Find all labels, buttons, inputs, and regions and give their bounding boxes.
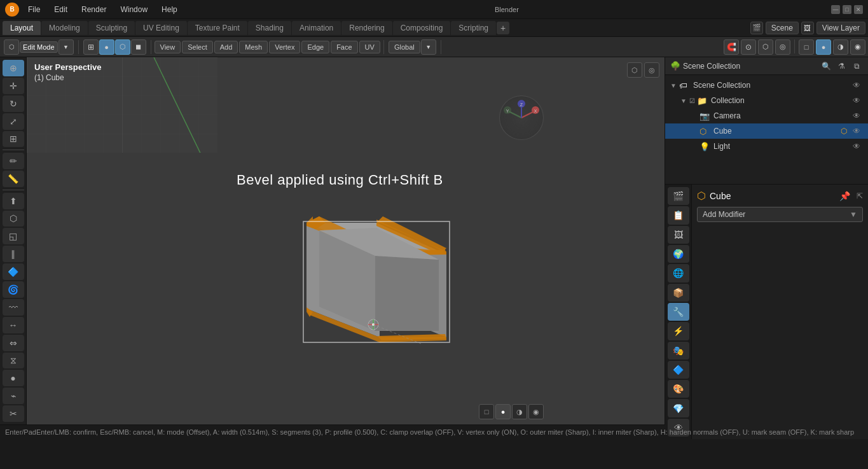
add-workspace-button[interactable]: + <box>497 22 509 34</box>
menu-render[interactable]: Render <box>76 4 111 15</box>
cube-eye[interactable]: 👁 <box>850 127 863 136</box>
mode-dropdown[interactable]: ▼ <box>59 39 74 55</box>
outliner-row-scene-collection[interactable]: ▼ 🏷 Scene Collection 👁 <box>665 78 868 93</box>
outliner-row-camera[interactable]: ▶ 📷 Camera 👁 <box>665 108 868 123</box>
prop-tab-object[interactable]: 📦 <box>668 284 689 302</box>
snap-icon[interactable]: 🧲 <box>724 39 739 55</box>
nav-gizmo-circle[interactable]: X Y Z <box>499 95 544 140</box>
scene-selector[interactable]: Scene <box>766 22 799 34</box>
prop-tab-output[interactable]: 📋 <box>668 206 689 224</box>
inset-tool[interactable]: ⬡ <box>3 211 24 227</box>
tab-layout[interactable]: Layout <box>3 21 41 35</box>
menu-help[interactable]: Help <box>156 4 183 15</box>
to-sphere-tool[interactable]: ● <box>3 370 24 386</box>
viewport-overlay-btn[interactable]: ⬡ <box>627 62 642 78</box>
light-vis[interactable]: 👁 <box>850 142 863 151</box>
outliner-row-cube[interactable]: ▶ ⬡ Cube ⬡ 👁 <box>665 123 868 139</box>
transform-dropdown[interactable]: ▼ <box>421 39 436 55</box>
tab-texture-paint[interactable]: Texture Paint <box>188 21 247 35</box>
prop-tab-data[interactable]: 🎨 <box>668 380 689 398</box>
bevel-tool[interactable]: ◱ <box>3 228 24 244</box>
cursor-tool[interactable]: ⊕ <box>3 60 24 76</box>
measure-tool[interactable]: 📏 <box>3 171 24 187</box>
outliner-row-light[interactable]: ▶ 💡 Light 👁 <box>665 139 868 154</box>
face-select-icon[interactable]: ◼ <box>131 39 146 55</box>
solid-mode-btn[interactable]: ● <box>495 404 511 419</box>
global-selector[interactable]: Global <box>389 41 420 53</box>
prop-tab-constraints[interactable]: 🔷 <box>668 361 689 379</box>
camera-vis[interactable]: 👁 <box>850 111 863 120</box>
extrude-tool[interactable]: ⬆ <box>3 193 24 209</box>
minimize-button[interactable]: — <box>831 5 840 14</box>
view-layer-selector[interactable]: View Layer <box>816 22 865 34</box>
add-menu[interactable]: Add <box>214 41 238 53</box>
shear-tool[interactable]: ⧖ <box>3 353 24 369</box>
rotate-tool[interactable]: ↻ <box>3 95 24 112</box>
smooth-tool[interactable]: 〰 <box>3 299 24 316</box>
tab-sculpting[interactable]: Sculpting <box>88 21 135 35</box>
menu-edit[interactable]: Edit <box>49 4 72 15</box>
add-modifier-button[interactable]: Add Modifier ▼ <box>697 207 863 222</box>
tab-shading[interactable]: Shading <box>248 21 291 35</box>
mesh-menu[interactable]: Mesh <box>239 41 268 53</box>
cube-vis[interactable]: ⬡ <box>837 127 850 136</box>
outliner-row-collection[interactable]: ▼ ☑ 📁 Collection 👁 <box>665 93 868 108</box>
outliner-filter-btn[interactable]: ⚗ <box>835 60 848 73</box>
wireframe-mode-btn[interactable]: □ <box>479 404 494 419</box>
menu-file[interactable]: File <box>23 4 45 15</box>
props-pin-btn[interactable]: 📌 <box>839 191 850 201</box>
rendered-mode-btn[interactable]: ◉ <box>528 404 544 419</box>
rip-tool[interactable]: ⌁ <box>3 388 24 404</box>
knife-tool[interactable]: ✂ <box>3 405 24 422</box>
solid-btn[interactable]: ● <box>816 39 831 55</box>
scene-collection-vis[interactable]: 👁 <box>850 81 863 90</box>
edge-select-icon[interactable]: ⬡ <box>115 39 130 55</box>
edge-slide-tool[interactable]: ↔ <box>3 317 24 333</box>
view-menu[interactable]: View <box>155 41 181 53</box>
vertex-select-icon[interactable]: ● <box>99 39 114 55</box>
outliner-sync-btn[interactable]: ⧉ <box>850 60 863 73</box>
tab-rendering[interactable]: Rendering <box>341 21 392 35</box>
proportional-icon[interactable]: ⊙ <box>741 39 756 55</box>
transform-tool[interactable]: ⊞ <box>3 131 24 148</box>
collection-vis[interactable]: 👁 <box>850 96 863 105</box>
viewport[interactable]: User Perspective (1) Cube Bevel applied … <box>27 57 665 424</box>
prop-tab-scene[interactable]: 🌍 <box>668 245 689 263</box>
prop-tab-material[interactable]: 💎 <box>668 399 689 417</box>
edge-menu[interactable]: Edge <box>301 41 329 53</box>
viewport-shading-icon[interactable]: ⊞ <box>83 39 99 55</box>
prop-tab-physics[interactable]: 🎭 <box>668 342 689 360</box>
wireframe-btn[interactable]: □ <box>799 39 814 55</box>
edit-mode-selector[interactable]: Edit Mode <box>20 41 58 53</box>
loop-cut-tool[interactable]: ∥ <box>3 246 24 262</box>
close-button[interactable]: ✕ <box>854 5 863 14</box>
shrink-fatten-tool[interactable]: ⇔ <box>3 335 24 351</box>
menu-window[interactable]: Window <box>115 4 153 15</box>
face-menu[interactable]: Face <box>331 41 357 53</box>
rendered-btn[interactable]: ◉ <box>850 39 865 55</box>
props-expand-btn[interactable]: ⇱ <box>857 192 863 200</box>
annotate-tool[interactable]: ✏ <box>3 153 24 169</box>
tab-compositing[interactable]: Compositing <box>393 21 451 35</box>
lookdev-btn[interactable]: ◑ <box>833 39 848 55</box>
navigation-gizmo[interactable]: X Y Z <box>499 95 550 146</box>
overlay-icon[interactable]: ⬡ <box>758 39 773 55</box>
tab-modeling[interactable]: Modeling <box>41 21 88 35</box>
xray-toggle-btn[interactable]: ◎ <box>644 62 659 78</box>
prop-tab-view-layer[interactable]: 🖼 <box>668 226 689 244</box>
prop-tab-modifier[interactable]: 🔧 <box>668 303 689 321</box>
spin-tool[interactable]: 🌀 <box>3 281 24 298</box>
prop-tab-particles[interactable]: ⚡ <box>668 322 689 340</box>
vertex-menu[interactable]: Vertex <box>269 41 300 53</box>
maximize-button[interactable]: □ <box>843 5 851 14</box>
poly-build-tool[interactable]: 🔷 <box>3 263 24 280</box>
xray-icon[interactable]: ◎ <box>775 39 790 55</box>
tab-uv-editing[interactable]: UV Editing <box>135 21 187 35</box>
tab-scripting[interactable]: Scripting <box>451 21 496 35</box>
prop-tab-render[interactable]: 🎬 <box>668 187 689 205</box>
lookdev-mode-btn[interactable]: ◑ <box>512 404 527 419</box>
prop-tab-world[interactable]: 🌐 <box>668 264 689 282</box>
move-tool[interactable]: ✛ <box>3 78 24 94</box>
outliner-search-btn[interactable]: 🔍 <box>820 60 832 73</box>
uv-menu[interactable]: UV <box>359 41 380 53</box>
